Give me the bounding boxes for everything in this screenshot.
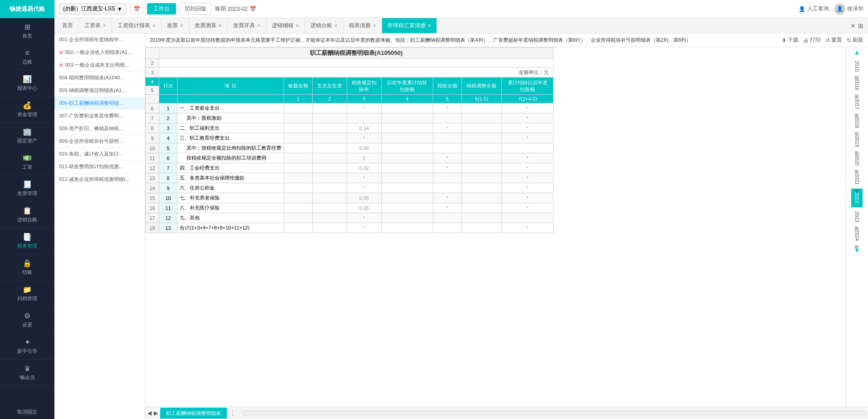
- cell-e[interactable]: 0.14: [347, 123, 382, 133]
- cell-d[interactable]: [313, 113, 347, 123]
- file-item-005[interactable]: 005-纳税调整项目明细表(A1...: [54, 84, 145, 97]
- cell-i[interactable]: *: [502, 173, 554, 183]
- cell-e[interactable]: 0.02: [347, 163, 382, 173]
- file-item-012[interactable]: 012-减免企业所得税优惠明细(...: [54, 173, 145, 186]
- cell-g[interactable]: *: [433, 153, 461, 163]
- cell-i[interactable]: *: [502, 153, 554, 163]
- file-item-007[interactable]: 007-广告费和业务宣传费明...: [54, 110, 145, 122]
- cell-h[interactable]: [461, 113, 501, 123]
- cell-c[interactable]: [284, 153, 313, 163]
- sheet-tab-main[interactable]: 职工薪酬纳税调整明细表: [160, 408, 227, 419]
- tab-home[interactable]: 首页: [57, 18, 79, 34]
- cell-f[interactable]: [381, 193, 433, 203]
- sidebar-item-home[interactable]: ⊞ 首页: [0, 18, 54, 44]
- cell-i[interactable]: *: [502, 113, 554, 123]
- file-item-010[interactable]: 010-免税、减计收入及加计...: [54, 148, 145, 161]
- support-link[interactable]: 👤 人工客询: [799, 5, 829, 13]
- sidebar-item-closing[interactable]: 🔒 结账: [0, 254, 54, 281]
- sidebar-item-ledger[interactable]: ≡ 总账: [0, 44, 54, 70]
- horizontal-scrollbar[interactable]: [243, 411, 866, 415]
- tab-close-icon[interactable]: ✕: [103, 23, 106, 28]
- cell-g[interactable]: *: [433, 163, 461, 173]
- cell-f[interactable]: [381, 213, 433, 223]
- download-button[interactable]: ⬇ 下载: [782, 36, 799, 44]
- cell-c[interactable]: [284, 223, 313, 233]
- spreadsheet-wrapper[interactable]: 职工薪酬纳税调整明细表(A105050) 2 3 金额单位：元: [145, 47, 845, 406]
- tab-purchase-ledger[interactable]: 进销台账 ✕: [305, 18, 343, 34]
- tab-invoice-calc[interactable]: 发票测算 ✕: [189, 18, 228, 34]
- cell-c[interactable]: [284, 193, 313, 203]
- cell-e[interactable]: *: [347, 213, 382, 223]
- file-item-003[interactable]: ⊗ 003-一般企业成本支出明细...: [54, 59, 145, 72]
- tab-close-icon[interactable]: ✕: [373, 23, 376, 28]
- cell-f[interactable]: [381, 153, 433, 163]
- tab-close-icon[interactable]: ✕: [334, 23, 338, 28]
- cell-f[interactable]: [381, 203, 433, 213]
- switch-period-button[interactable]: 切到旧版: [180, 3, 211, 15]
- print-button[interactable]: 🖨 打印: [803, 36, 821, 44]
- year-item[interactable]: 2018年: [851, 113, 863, 132]
- cell-h[interactable]: [461, 193, 501, 203]
- file-item-004[interactable]: 004-期间费用明细表(A1040...: [54, 72, 145, 84]
- cell-e[interactable]: *: [347, 223, 382, 233]
- reset-button[interactable]: ↺ 重置: [825, 36, 842, 44]
- cell-c[interactable]: [284, 123, 313, 133]
- cell-g[interactable]: *: [433, 103, 461, 113]
- cell-d[interactable]: [313, 153, 347, 163]
- cell-d[interactable]: [313, 123, 347, 133]
- cell-f[interactable]: [381, 113, 433, 123]
- cell-h[interactable]: [461, 213, 501, 223]
- cell-d[interactable]: [313, 103, 347, 113]
- sidebar-item-invoice[interactable]: 🧾 发票管理: [0, 175, 54, 202]
- cell-h[interactable]: [461, 133, 501, 143]
- cell-c[interactable]: [284, 183, 313, 193]
- cell-g[interactable]: *: [433, 123, 461, 133]
- cell-i[interactable]: *: [502, 223, 554, 233]
- sidebar-item-tax[interactable]: 📑 税务管理: [0, 228, 54, 254]
- cell-d[interactable]: [313, 213, 347, 223]
- cell-e[interactable]: *: [347, 133, 382, 143]
- year-item[interactable]: 2022年: [851, 189, 863, 207]
- cell-d[interactable]: [313, 143, 347, 153]
- refresh-button[interactable]: ↻ 刷新: [847, 36, 863, 44]
- cell-e[interactable]: 0.05: [347, 193, 382, 203]
- year-item[interactable]: 2021年: [851, 170, 863, 189]
- year-item[interactable]: 2016年: [851, 76, 863, 94]
- cell-d[interactable]: [313, 163, 347, 173]
- tab-income-tax[interactable]: 所得税汇算清缴 ✕: [382, 18, 437, 34]
- cell-g[interactable]: *: [433, 193, 461, 203]
- tab-close-icon[interactable]: ✕: [180, 23, 183, 28]
- workspace-button[interactable]: 工作台: [147, 3, 176, 15]
- year-item[interactable]: 2019年: [851, 132, 863, 151]
- tab-purchase-check[interactable]: 进销稽核 ✕: [266, 18, 305, 34]
- cell-f[interactable]: [381, 183, 433, 193]
- cell-c[interactable]: [284, 213, 313, 223]
- sidebar-item-purchase[interactable]: 📋 进销台账: [0, 202, 54, 228]
- cell-g[interactable]: [433, 183, 461, 193]
- cell-f[interactable]: [381, 133, 433, 143]
- cell-g[interactable]: [433, 213, 461, 223]
- cell-f[interactable]: [381, 123, 433, 133]
- sidebar-item-report[interactable]: 📊 报表中心: [0, 70, 54, 97]
- tab-payroll-stats[interactable]: 工资统计报表 ✕: [112, 18, 162, 34]
- file-item-011[interactable]: 011-研发费用加计扣除优惠...: [54, 161, 145, 173]
- sidebar-item-settings[interactable]: ⚙ 设置: [0, 307, 54, 333]
- cell-i[interactable]: *: [502, 183, 554, 193]
- cell-h[interactable]: [461, 153, 501, 163]
- cell-f[interactable]: [381, 163, 433, 173]
- cell-h[interactable]: [461, 223, 501, 233]
- cell-c[interactable]: [284, 173, 313, 183]
- cell-h[interactable]: [461, 163, 501, 173]
- company-selector[interactable]: (勿删）江西晟宝-LSS ▼: [59, 3, 127, 15]
- tab-close-icon[interactable]: ✕: [295, 23, 299, 28]
- cell-g[interactable]: [433, 143, 461, 153]
- cell-c[interactable]: [284, 113, 313, 123]
- cell-i[interactable]: *: [502, 193, 554, 203]
- cell-e[interactable]: *: [347, 173, 382, 183]
- sidebar-item-member[interactable]: ♛ 畅会员: [0, 360, 54, 386]
- cell-c[interactable]: [284, 203, 313, 213]
- cell-e[interactable]: *: [347, 183, 382, 193]
- cell-h[interactable]: [461, 173, 501, 183]
- cell-g[interactable]: [433, 133, 461, 143]
- cell-h[interactable]: [461, 183, 501, 193]
